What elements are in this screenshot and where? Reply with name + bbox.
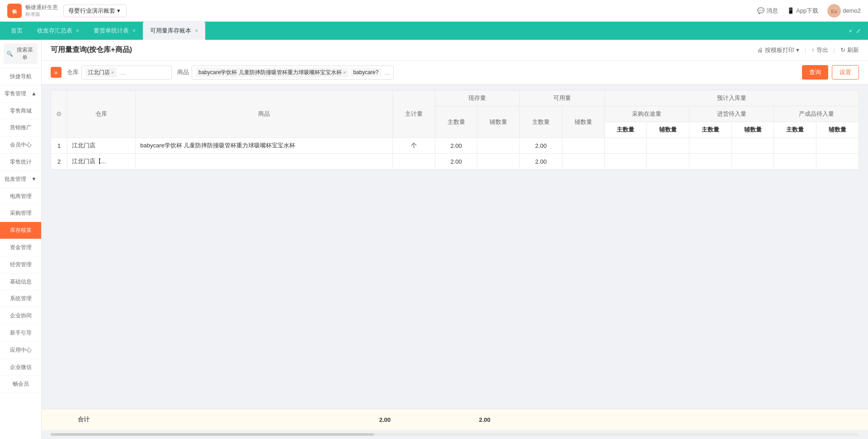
warehouse-filter: 仓库 江北门店 × ... [67,66,172,80]
page-actions: 🖨 按模板打印 ▾ | ↑ 导出 | ↻ 刷新 [757,46,859,54]
arrow-icon-wholesale: ▼ [31,175,37,183]
sidebar-item-system-mgmt[interactable]: 系统管理 [0,290,41,307]
col-stock-group-header: 现存量 [435,90,519,106]
print-icon: 🖨 [757,47,763,53]
cell-main-unit [393,154,435,170]
query-button[interactable]: 查询 [802,65,828,80]
page-title: 可用量查询(按仓库+商品) [51,45,132,55]
cell-inbound-main [689,154,732,170]
col-warehouse-header: 仓库 [67,90,136,138]
tab-home[interactable]: 首页 [4,22,30,40]
app-icon: 📱 [787,7,794,14]
cell-product [136,154,393,170]
scrollbar-thumb[interactable] [51,433,374,436]
table-settings-icon[interactable]: ⚙ [56,110,62,118]
cell-warehouse: 江北门店 [67,138,136,154]
col-purchase-group-header: 采购在途量 [604,106,689,122]
settings-button[interactable]: 设置 [832,65,859,80]
sidebar-item-wholesale-mgmt[interactable]: 批发管理 ▼ [0,171,41,188]
tab-close-order-stat[interactable]: × [132,28,136,34]
content-area: 可用量查询(按仓库+商品) 🖨 按模板打印 ▾ | ↑ 导出 | ↻ 刷新 [42,40,868,439]
sidebar-item-new-guide[interactable]: 新手引导 [0,325,41,342]
arrow-icon: ▲ [31,90,37,98]
warehouse-tag: 江北门店 × [85,68,117,77]
sidebar-item-member[interactable]: 畅会员 [0,376,41,393]
sidebar-item-app-center[interactable]: 应用中心 [0,342,41,359]
sidebar-item-retail-mgmt[interactable]: 零售管理 ▲ [0,85,41,103]
total-stock-main: 2.00 [360,414,410,425]
product-filter: 商品 babycare学饮杯 儿童防摔防撞吸管杯重力球吸嘴杯宝宝水杯 × bab… [177,66,394,80]
horizontal-scrollbar[interactable] [51,433,859,436]
sidebar-item-retail-mall[interactable]: 零售商城 [0,103,41,120]
maximize-icon[interactable]: ⤢ [856,28,861,34]
data-table: ⚙ 仓库 商品 主计量 现存量 可用量 预计入库量 主数量 辅数量 主数量 辅数… [51,90,859,170]
total-avail-main: 2.00 [460,414,509,425]
sidebar-item-basic-info[interactable]: 基础信息 [0,274,41,291]
col-inbound-sub-header: 辅数量 [731,122,774,138]
scrollbar-area [42,430,868,439]
col-avail-group-header: 可用量 [520,90,604,106]
message-btn[interactable]: 💬 消息 [757,7,778,15]
sidebar-item-quick-nav[interactable]: 快捷导航 [0,68,41,85]
tab-receivable[interactable]: 收发存汇总表 × [30,22,86,40]
filter-expand-btn[interactable]: » [51,67,61,78]
print-btn[interactable]: 🖨 按模板打印 ▾ [757,46,799,54]
cell-stock-sub [477,154,520,170]
sidebar-item-enterprise-collab[interactable]: 企业协同 [0,307,41,325]
app-download-btn[interactable]: 📱 App下载 [787,7,818,15]
sidebar-item-mkt-promo[interactable]: 营销推广 [0,119,41,137]
product-tag-1-remove[interactable]: × [343,70,346,75]
chevron-down-icon: ▾ [117,7,120,14]
col-inbound-main-header: 主数量 [689,122,732,138]
warehouse-tag-remove[interactable]: × [111,70,114,75]
col-inbound-group-header: 进货待入量 [689,106,774,122]
brand-area: 畅 畅捷通好生意 标准版 [7,4,58,18]
table-area: ⚙ 仓库 商品 主计量 现存量 可用量 预计入库量 主数量 辅数量 主数量 辅数… [42,85,868,409]
sidebar-item-ecom-mgmt[interactable]: 电商管理 [0,188,41,205]
cell-production-sub [816,138,859,154]
product-tag-2: babycare? [350,68,381,76]
close-window-icon[interactable]: × [849,28,852,34]
product-input[interactable]: babycare学饮杯 儿童防摔防撞吸管杯重力球吸嘴杯宝宝水杯 × babyca… [192,66,394,80]
sidebar-item-retail-stats[interactable]: 零售统计 [0,154,41,171]
export-icon: ↑ [811,47,815,53]
cell-product: babycare学饮杯 儿童防摔防撞吸管杯重力球吸嘴杯宝宝水杯 [136,138,393,154]
export-btn[interactable]: ↑ 导出 [811,46,828,54]
avatar: Ea [827,4,841,18]
cell-inbound-sub [731,154,774,170]
sidebar-item-purchase-mgmt[interactable]: 采购管理 [0,205,41,222]
cell-stock-main: 2.00 [435,138,477,154]
product-tag-1: babycare学饮杯 儿童防摔防撞吸管杯重力球吸嘴杯宝宝水杯 × [196,68,349,77]
sidebar-item-enterprise-wechat[interactable]: 企业微信 [0,359,41,376]
top-bar: 畅 畅捷通好生意 标准版 母婴行业演示账套 ▾ 💬 消息 📱 App下载 Ea … [0,0,868,22]
cell-seq: 2 [51,154,67,170]
sidebar-item-inventory-mgmt[interactable]: 库存核算 [0,222,41,239]
industry-selector[interactable]: 母婴行业演示账套 ▾ [63,5,127,17]
sidebar-item-operation-mgmt[interactable]: 经营管理 [0,256,41,274]
col-settings-header: ⚙ [51,90,67,138]
tab-order-stat[interactable]: 要货单统计表 × [86,22,143,40]
cell-purchase-sub [647,138,689,154]
search-menu-btn[interactable]: 🔍 搜索菜单 [4,43,38,64]
filter-actions: 查询 设置 [802,65,859,80]
cell-main-unit: 个 [393,138,435,154]
cell-avail-sub [562,154,604,170]
tab-bar: 首页 收发存汇总表 × 要货单统计表 × 可用量库存账本 × × ⤢ [0,22,868,40]
sidebar-item-finance-mgmt[interactable]: 资金管理 [0,239,41,256]
svg-text:Ea: Ea [831,9,838,14]
col-mainunit-header: 主计量 [393,90,435,138]
message-icon: 💬 [757,7,764,14]
warehouse-input[interactable]: 江北门店 × ... [81,66,172,80]
cell-seq: 1 [51,138,67,154]
cell-avail-sub [562,138,604,154]
cell-inbound-sub [731,138,774,154]
tab-close-receivable[interactable]: × [76,28,79,34]
sidebar: 🔍 搜索菜单 快捷导航 零售管理 ▲ 零售商城 营销推广 会员中心 零售统计 批… [0,40,42,439]
sidebar-item-member-center[interactable]: 会员中心 [0,137,41,154]
cell-warehouse: 江北门店【... [67,154,136,170]
tab-inventory[interactable]: 可用量库存账本 × [143,22,205,40]
refresh-btn[interactable]: ↻ 刷新 [840,46,859,54]
user-avatar-area[interactable]: Ea demo2 [827,4,861,18]
col-stock-main-header: 主数量 [435,106,477,138]
tab-close-inventory[interactable]: × [195,28,198,34]
